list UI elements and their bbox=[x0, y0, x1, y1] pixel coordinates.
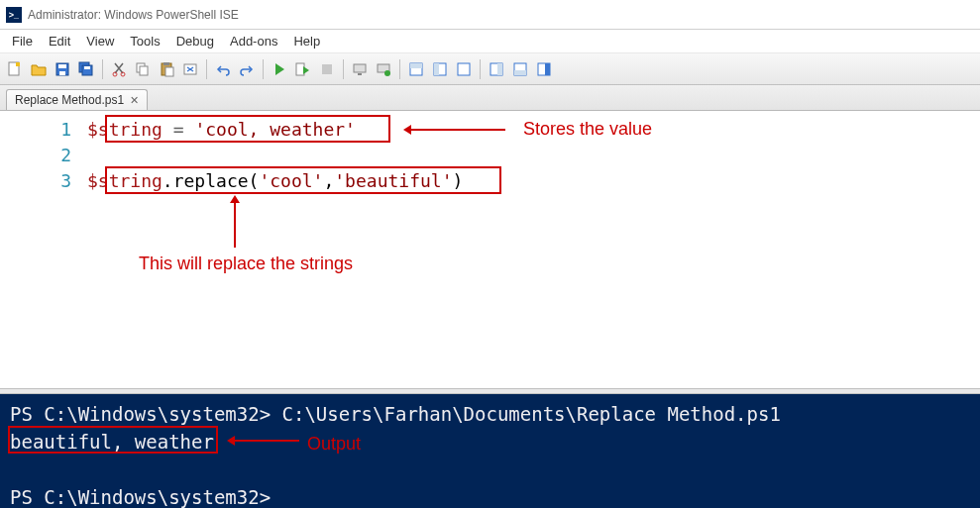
menu-tools[interactable]: Tools bbox=[122, 32, 167, 51]
toolbar-separator bbox=[206, 59, 207, 79]
toolbar bbox=[0, 53, 980, 85]
window-title: Administrator: Windows PowerShell ISE bbox=[28, 8, 239, 22]
panel1-icon[interactable] bbox=[405, 58, 427, 80]
line-number: 1 bbox=[0, 117, 71, 143]
cut-icon[interactable] bbox=[108, 58, 130, 80]
console-line: PS C:\Windows\system32> C:\Users\Farhan\… bbox=[10, 400, 970, 428]
tab-label: Replace Method.ps1 bbox=[15, 93, 124, 107]
tab-bar: Replace Method.ps1 ✕ bbox=[0, 85, 980, 111]
new-icon[interactable] bbox=[4, 58, 26, 80]
panel5-icon[interactable] bbox=[509, 58, 531, 80]
svg-rect-4 bbox=[59, 71, 65, 75]
svg-point-21 bbox=[384, 70, 390, 76]
svg-rect-25 bbox=[434, 63, 439, 75]
toolbar-separator bbox=[102, 59, 103, 79]
line-number: 2 bbox=[0, 143, 71, 168]
menu-edit[interactable]: Edit bbox=[41, 32, 78, 51]
panel2-icon[interactable] bbox=[429, 58, 451, 80]
svg-rect-23 bbox=[410, 63, 422, 68]
panel3-icon[interactable] bbox=[453, 58, 475, 80]
cmdaddon-icon[interactable] bbox=[533, 58, 555, 80]
console-prompt: PS C:\Windows\system32> bbox=[10, 483, 970, 508]
svg-rect-19 bbox=[358, 73, 362, 75]
svg-rect-30 bbox=[514, 70, 526, 75]
svg-rect-18 bbox=[354, 64, 366, 72]
console-line bbox=[10, 456, 970, 483]
annotation-text: Stores the value bbox=[523, 119, 652, 140]
menu-debug[interactable]: Debug bbox=[168, 32, 222, 51]
menu-file[interactable]: File bbox=[4, 32, 41, 51]
newremote-icon[interactable] bbox=[373, 58, 394, 80]
menu-bar: File Edit View Tools Debug Add-ons Help bbox=[0, 30, 980, 53]
svg-rect-26 bbox=[458, 63, 470, 75]
svg-rect-3 bbox=[58, 64, 66, 68]
save-icon[interactable] bbox=[52, 58, 73, 80]
code-line bbox=[87, 143, 980, 168]
svg-rect-1 bbox=[16, 62, 20, 66]
svg-rect-28 bbox=[497, 63, 502, 75]
code-line: $string.replace('cool','beautiful') bbox=[87, 168, 980, 194]
svg-rect-11 bbox=[140, 66, 148, 75]
stop-icon[interactable] bbox=[316, 58, 338, 80]
open-icon[interactable] bbox=[28, 58, 50, 80]
panel4-icon[interactable] bbox=[486, 58, 507, 80]
title-bar: >_ Administrator: Windows PowerShell ISE bbox=[0, 0, 980, 30]
annotation-text: Output bbox=[307, 430, 361, 457]
script-editor[interactable]: 1 2 3 $string = 'cool, weather' $string.… bbox=[0, 111, 980, 388]
line-gutter: 1 2 3 bbox=[0, 111, 87, 388]
svg-rect-14 bbox=[165, 67, 173, 76]
console-pane[interactable]: PS C:\Windows\system32> C:\Users\Farhan\… bbox=[0, 394, 980, 508]
toolbar-separator bbox=[399, 59, 400, 79]
undo-icon[interactable] bbox=[212, 58, 234, 80]
svg-rect-13 bbox=[163, 62, 169, 65]
toolbar-separator bbox=[263, 59, 264, 79]
toolbar-separator bbox=[343, 59, 344, 79]
svg-rect-17 bbox=[322, 64, 332, 74]
run-icon[interactable] bbox=[269, 58, 290, 80]
redo-icon[interactable] bbox=[236, 58, 258, 80]
code-area[interactable]: $string = 'cool, weather' $string.replac… bbox=[87, 111, 980, 388]
console-output: beautiful, weather bbox=[10, 428, 970, 456]
menu-help[interactable]: Help bbox=[285, 32, 328, 51]
copy-icon[interactable] bbox=[132, 58, 154, 80]
tab-file[interactable]: Replace Method.ps1 ✕ bbox=[6, 89, 148, 110]
svg-rect-7 bbox=[84, 66, 90, 69]
remote-icon[interactable] bbox=[349, 58, 371, 80]
close-icon[interactable]: ✕ bbox=[130, 94, 139, 107]
runsel-icon[interactable] bbox=[292, 58, 314, 80]
toolbar-separator bbox=[480, 59, 481, 79]
svg-rect-32 bbox=[545, 63, 550, 75]
arrow-icon bbox=[234, 198, 236, 248]
menu-addons[interactable]: Add-ons bbox=[222, 32, 285, 51]
app-icon: >_ bbox=[6, 7, 22, 23]
svg-rect-16 bbox=[296, 63, 304, 75]
saveall-icon[interactable] bbox=[75, 58, 97, 80]
line-number: 3 bbox=[0, 168, 71, 194]
arrow-icon bbox=[406, 129, 505, 131]
paste-icon[interactable] bbox=[156, 58, 177, 80]
clear-icon[interactable] bbox=[179, 58, 201, 80]
menu-view[interactable]: View bbox=[78, 32, 122, 51]
annotation-text: This will replace the strings bbox=[139, 254, 353, 274]
arrow-icon bbox=[230, 440, 299, 442]
